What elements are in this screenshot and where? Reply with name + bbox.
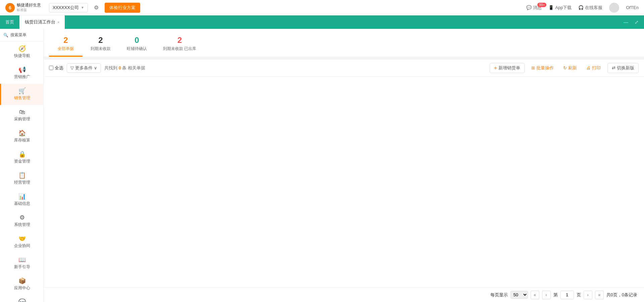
avatar[interactable] (609, 3, 619, 13)
sidebar-item-marketing[interactable]: 📢 营销推广 (0, 63, 43, 84)
content-area: 2 全部单据 2 到期未收款 0 旺辅待确认 2 到期未收款 已出库 全选 (44, 29, 644, 302)
stat-tab-overdue[interactable]: 2 到期未收款 (83, 33, 119, 57)
plus-icon: + (494, 65, 497, 71)
home-tab[interactable]: 首页 (0, 15, 19, 29)
sidebar-item-label: 库存核算 (14, 137, 30, 143)
tab-window-actions: — ⤢ (622, 18, 644, 26)
found-prefix: 共找到 (104, 65, 117, 70)
stat-num-unshipped: 2 (177, 36, 182, 45)
sidebar-item-quick-nav[interactable]: 🧭 快捷导航 (0, 42, 43, 63)
app-download-icon: 📱 (548, 5, 554, 10)
per-page-label: 每页显示 (490, 292, 508, 298)
per-page-select[interactable]: 50 10 20 100 (511, 291, 528, 299)
logo-text: 畅捷通好生意 (17, 3, 41, 8)
more-filters-label: 更多条件 (75, 65, 93, 71)
logo-icon: 6 (5, 3, 15, 12)
stat-num-all: 2 (63, 36, 68, 45)
total-info: 共0页，0条记录 (606, 292, 637, 298)
search-menu-label: 搜索菜单 (10, 32, 26, 38)
guide-icon: 📖 (18, 257, 26, 263)
sidebar-item-system[interactable]: ⚙ 系统管理 (0, 210, 43, 232)
sidebar-item-wechat[interactable]: 💬 企业微信 (0, 295, 43, 302)
active-tab[interactable]: 钱货日清工作台 × (19, 15, 65, 29)
settings-icon[interactable]: ⚙ (91, 3, 101, 13)
print-icon: 🖨 (586, 65, 591, 70)
sidebar-item-label: 销售管理 (14, 95, 30, 101)
service-icon: 🎧 (578, 5, 584, 10)
add-sale-order-btn[interactable]: + 新增销货单 (490, 63, 525, 73)
switch-version-btn[interactable]: ⇄ 切换新版 (607, 63, 639, 73)
add-btn-label: 新增销货单 (498, 65, 520, 71)
found-text: 共找到 0 条 相关单据 (104, 65, 145, 71)
operations-icon: 📋 (18, 172, 26, 178)
sidebar-item-guide[interactable]: 📖 新手引导 (0, 253, 43, 274)
sidebar-item-cooperation[interactable]: 🤝 企业协同 (0, 232, 43, 253)
username: OfTEn (626, 5, 639, 10)
sidebar-item-finance[interactable]: 🔒 资金管理 (0, 147, 43, 168)
experience-btn[interactable]: 体验行业方案 (105, 3, 140, 13)
page-suffix-label: 页 (577, 292, 581, 298)
stat-tab-unshipped[interactable]: 2 到期未收款 已出库 (155, 33, 204, 57)
switch-icon: ⇄ (612, 65, 615, 70)
found-unit: 条 (122, 65, 126, 70)
active-tab-label: 钱货日清工作台 (25, 19, 55, 25)
basic-info-icon: 📊 (18, 193, 26, 199)
table-area (44, 77, 644, 287)
stat-label-wangwang: 旺辅待确认 (127, 46, 147, 52)
sidebar-item-purchase[interactable]: 🛍 采购管理 (0, 105, 43, 126)
sidebar: 🔍 搜索菜单 🧭 快捷导航 📢 营销推广 🛒 销售管理 🛍 采购管理 🏠 库存核… (0, 29, 44, 302)
dropdown-icon: ∨ (94, 65, 97, 70)
sidebar-item-label: 系统管理 (14, 222, 30, 228)
maximize-btn[interactable]: ⤢ (633, 18, 641, 26)
last-page-btn[interactable]: » (595, 291, 604, 299)
toolbar-right: + 新增销货单 ⊞ 批量操作 ↻ 刷新 🖨 打印 ⇄ 切换新版 (490, 63, 639, 73)
page-prefix-label: 第 (553, 292, 558, 298)
filter-icon: ▽ (70, 65, 74, 70)
prev-page-btn[interactable]: ‹ (542, 291, 551, 299)
quick-nav-icon: 🧭 (18, 46, 26, 52)
refresh-label: 刷新 (568, 65, 577, 71)
messages-btn[interactable]: 💬 消息 99+ (526, 5, 542, 11)
batch-icon: ⊞ (531, 65, 535, 70)
dropdown-arrow-icon: ▼ (81, 6, 84, 9)
inventory-icon: 🏠 (18, 130, 26, 136)
app-download-label: App下载 (555, 5, 572, 11)
sidebar-item-label: 资金管理 (14, 159, 30, 164)
select-all-label[interactable]: 全选 (49, 65, 63, 71)
next-page-btn[interactable]: › (584, 291, 592, 299)
app-download-btn[interactable]: 📱 App下载 (548, 5, 572, 11)
search-menu[interactable]: 🔍 搜索菜单 (0, 29, 43, 42)
stat-tab-wangwang[interactable]: 0 旺辅待确认 (119, 33, 155, 57)
online-service-btn[interactable]: 🎧 在线客服 (578, 5, 602, 11)
pagination-bar: 每页显示 50 10 20 100 « ‹ 第 页 › » 共0页，0条记录 (44, 287, 644, 302)
more-filters-btn[interactable]: ▽ 更多条件 ∨ (67, 63, 101, 73)
refresh-btn[interactable]: ↻ 刷新 (560, 63, 580, 73)
sidebar-item-inventory[interactable]: 🏠 库存核算 (0, 126, 43, 147)
stat-tab-all[interactable]: 2 全部单据 (49, 33, 83, 57)
minimize-btn[interactable]: — (622, 18, 630, 26)
main-layout: 🔍 搜索菜单 🧭 快捷导航 📢 营销推广 🛒 销售管理 🛍 采购管理 🏠 库存核… (0, 29, 644, 302)
batch-label: 批量操作 (536, 65, 554, 71)
company-selector[interactable]: XXXXXX公司 ▼ (49, 3, 88, 12)
stats-tabs: 2 全部单据 2 到期未收款 0 旺辅待确认 2 到期未收款 已出库 (44, 29, 644, 57)
sidebar-item-label: 采购管理 (14, 116, 30, 122)
message-icon: 💬 (526, 5, 532, 10)
batch-operations-btn[interactable]: ⊞ 批量操作 (529, 63, 556, 73)
select-all-checkbox[interactable] (49, 66, 53, 70)
sidebar-item-operations[interactable]: 📋 经营管理 (0, 168, 43, 189)
sidebar-item-app-center[interactable]: 📦 应用中心 (0, 274, 43, 295)
page-number-input[interactable] (560, 291, 574, 299)
first-page-btn[interactable]: « (531, 291, 539, 299)
close-tab-icon[interactable]: × (57, 20, 59, 24)
switch-label: 切换新版 (617, 65, 634, 71)
refresh-icon: ↻ (563, 65, 567, 70)
message-badge: 99+ (537, 3, 546, 7)
print-btn[interactable]: 🖨 打印 (584, 63, 603, 73)
sidebar-item-basic-info[interactable]: 📊 基础信息 (0, 189, 43, 210)
sidebar-item-label: 应用中心 (14, 285, 30, 291)
sidebar-item-sales[interactable]: 🛒 销售管理 (0, 84, 43, 105)
top-right-actions: 💬 消息 99+ 📱 App下载 🎧 在线客服 OfTEn (526, 3, 639, 13)
marketing-icon: 📢 (18, 67, 26, 73)
system-icon: ⚙ (19, 215, 25, 221)
sidebar-item-label: 营销推广 (14, 74, 30, 80)
